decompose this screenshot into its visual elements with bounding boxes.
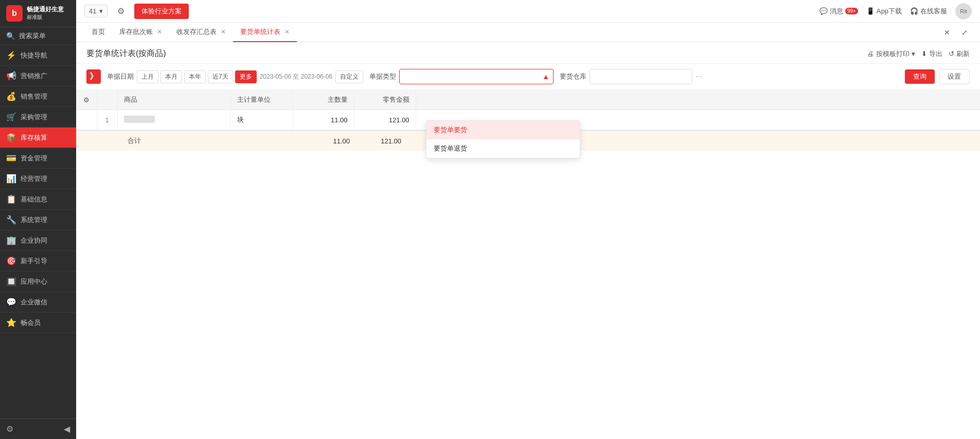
jin7-btn[interactable]: 近7天 [208,70,233,83]
sidebar-icon-sales: 💰 [6,92,16,101]
sidebar-item-system[interactable]: 🔧系统管理 [0,210,76,230]
sidebar-item-members[interactable]: ⭐畅会员 [0,313,76,333]
filter-actions: 查询 设置 [905,69,970,84]
ben-nian-btn[interactable]: 本年 [184,70,206,83]
row-index: 1 [97,110,117,130]
tab-close-receive-summary[interactable]: ✕ [221,28,226,35]
tab-order-summary[interactable]: 要货单统计表✕ [233,23,297,42]
app-download-label: App下载 [877,7,902,16]
notification-btn[interactable]: 💬 消息 99+ [819,7,858,16]
sidebar-search[interactable]: 🔍 搜索菜单 [0,27,76,45]
tabs-container: 首页库存批次账✕收发存汇总表✕要货单统计表✕ [84,23,297,42]
brand-sub: 标准版 [27,14,64,21]
avatar[interactable]: Rit [955,3,972,20]
tab-close-order-summary[interactable]: ✕ [284,28,290,35]
sidebar-label-operations: 经营管理 [21,174,47,184]
query-btn[interactable]: 查询 [905,69,935,84]
type-filter-group: 单据类型 ▲ [369,69,554,84]
sidebar-item-finance[interactable]: 💳资金管理 [0,148,76,169]
refresh-icon: ↺ [949,50,954,58]
col-extra [416,90,980,110]
store-selector[interactable]: 41 ▾ [84,5,108,17]
set-btn[interactable]: 设置 [939,69,970,84]
sidebar-item-sales[interactable]: 💰销售管理 [0,86,76,107]
sidebar-items: ⚡快捷导航📢营销推广💰销售管理🛒采购管理📦库存核算💳资金管理📊经营管理📋基础信息… [0,45,76,333]
dropdown-item-order-return[interactable]: 要货单退货 [426,139,580,158]
product-placeholder [124,116,155,123]
col-unit: 主计量单位 [230,90,292,110]
notification-badge: 99+ [845,8,858,14]
online-service-icon: 🎧 [910,7,918,15]
col-settings[interactable]: ⚙ [76,90,97,110]
refresh-label: 刷新 [956,49,970,59]
sidebar-label-marketing: 营销推广 [21,71,47,81]
row-amount: 121.00 [354,110,416,130]
date-range: 2023-05-06 至 2023-06-06 [260,72,332,81]
tab-inventory-batch[interactable]: 库存批次账✕ [112,23,169,42]
warehouse-input[interactable] [590,69,692,84]
sidebar-label-enterprise: 企业协同 [21,236,47,245]
logo-icon: b [6,5,23,22]
sidebar-icon-finance: 💳 [6,153,16,163]
sidebar-item-basic-info[interactable]: 📋基础信息 [0,189,76,210]
tabs-right: ✕ ⤢ [940,25,972,40]
brand-name: 畅捷通好生意 [27,6,64,14]
warehouse-label: 要货仓库 [560,72,586,81]
page-title: 要货单统计表(按商品) [86,48,166,59]
warehouse-more-btn[interactable]: ··· [696,72,702,81]
tab-label-home: 首页 [92,27,105,36]
row-quantity: 11.00 [292,110,354,130]
sidebar-label-quick-nav: 快捷导航 [21,51,47,60]
row-settings [76,110,97,130]
header-right: 💬 消息 99+ 📱 App下载 🎧 在线客服 Rit [819,3,972,20]
chevron-down-icon2: ▾ [912,50,915,58]
sidebar-icon-operations: 📊 [6,174,16,184]
maximize-btn[interactable]: ⤢ [957,25,972,40]
ben-yue-btn[interactable]: 本月 [161,70,182,83]
shang-yue-btn[interactable]: 上月 [137,70,158,83]
col-amount: 零售金额 [354,90,416,110]
header-settings-btn[interactable]: ⚙ [114,4,128,19]
sidebar-item-enterprise[interactable]: 🏢企业协同 [0,230,76,251]
date-buttons: 上月 本月 本年 近7天 更多 [137,70,257,83]
custom-date-btn[interactable]: 自定义 [335,70,363,83]
sidebar-label-corp-wechat: 企业微信 [21,298,47,307]
sidebar-item-inventory[interactable]: 📦库存核算 [0,127,76,148]
sidebar-label-sales: 销售管理 [21,92,47,101]
filter-expand-btn[interactable]: 》 [86,69,101,84]
col-index [97,90,117,110]
sidebar-item-guide[interactable]: 🎯新手引导 [0,251,76,271]
sidebar-item-marketing[interactable]: 📢营销推广 [0,66,76,86]
app-download-btn[interactable]: 📱 App下载 [866,7,902,16]
app-download-icon: 📱 [866,7,875,15]
export-btn[interactable]: ⬇ 导出 [921,49,942,59]
export-icon: ⬇ [921,50,927,58]
online-service-btn[interactable]: 🎧 在线客服 [910,7,947,16]
dropdown-item-order-goods[interactable]: 要货单要货 [426,121,580,139]
tab-home[interactable]: 首页 [84,23,112,42]
sidebar-item-quick-nav[interactable]: ⚡快捷导航 [0,45,76,66]
sidebar-item-purchase[interactable]: 🛒采购管理 [0,107,76,127]
store-number: 41 [89,7,96,15]
sidebar-label-finance: 资金管理 [21,154,47,163]
sidebar-item-app-center[interactable]: 🔲应用中心 [0,271,76,292]
tab-receive-summary[interactable]: 收发存汇总表✕ [169,23,233,42]
print-template-btn[interactable]: 🖨 按模板打印 ▾ [867,49,915,59]
refresh-btn[interactable]: ↺ 刷新 [949,49,970,59]
close-all-btn[interactable]: ✕ [940,25,954,40]
row-unit: 块 [230,110,292,130]
sidebar-item-operations[interactable]: 📊经营管理 [0,169,76,189]
main-area: 41 ▾ ⚙ 体验行业方案 💬 消息 99+ 📱 App下载 🎧 在线客服 Ri… [76,0,980,439]
settings-icon[interactable]: ⚙ [6,424,13,434]
tab-close-inventory-batch[interactable]: ✕ [157,28,162,35]
trial-btn[interactable]: 体验行业方案 [134,4,189,19]
logo-text: 畅捷通好生意 标准版 [27,6,64,21]
notification-label: 消息 [830,7,843,16]
sidebar-label-app-center: 应用中心 [21,277,47,286]
geng-duo-btn[interactable]: 更多 [235,70,257,83]
collapse-icon[interactable]: ◀ [64,424,70,434]
warehouse-group: 要货仓库 ··· [560,69,702,84]
tabs-bar: 首页库存批次账✕收发存汇总表✕要货单统计表✕ ✕ ⤢ [76,23,980,42]
sidebar-item-corp-wechat[interactable]: 💬企业微信 [0,292,76,313]
type-select-input[interactable] [399,69,554,84]
